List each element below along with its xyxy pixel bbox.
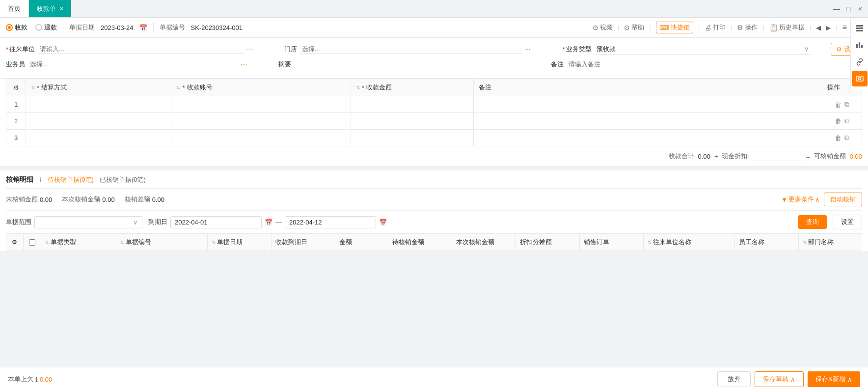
td-remark-3[interactable] [474, 130, 822, 146]
copy-icon-3[interactable]: ⧉ [844, 134, 849, 142]
copy-icon-1[interactable]: ⧉ [844, 100, 849, 109]
bth-unit: ⇅ 往来单位名称 [644, 234, 735, 251]
td-account-1[interactable] [171, 96, 351, 112]
th-account-required: * [182, 84, 185, 91]
bth-order: 销售订单 [580, 234, 644, 251]
svg-rect-2 [856, 30, 863, 31]
receipt-radio-dot [6, 24, 13, 31]
auto-writeoff-button[interactable]: 自动核销 [824, 193, 862, 206]
summary-input[interactable] [294, 59, 521, 69]
bth-duedate: 收款到期日 [271, 234, 335, 251]
delete-icon-1[interactable]: 🗑 [835, 101, 841, 109]
biz-type-select[interactable]: 预收款 ∨ [595, 44, 811, 55]
date-from-input[interactable] [170, 216, 262, 228]
refund-radio[interactable]: 退款 [35, 23, 57, 32]
range-select[interactable]: ∨ [34, 216, 142, 228]
print-button[interactable]: 🖨 打印 [705, 23, 726, 32]
writeoff-stats: 未核销金额 0.00 本次核销金额 0.00 核销差额 0.00 ▼ 更多条件 … [6, 189, 862, 210]
form-area: * 往来单位 ··· 门店 ··· * 业务类型 预收款 ∨ ⚙ 设置 业务员 [0, 38, 868, 79]
select-all-checkbox[interactable] [29, 239, 35, 246]
staff-more-button[interactable]: ··· [239, 60, 249, 69]
history-button[interactable]: 📋 历史单据 [769, 23, 805, 32]
done-tab[interactable]: 已核销单据(0笔) [100, 175, 146, 184]
td-index-1: 1 [6, 96, 26, 112]
date-dash: — [275, 219, 282, 226]
delete-icon-3[interactable]: 🗑 [835, 134, 841, 142]
tab-close-icon[interactable]: × [60, 5, 63, 12]
td-method-2[interactable] [26, 113, 171, 129]
discount-input[interactable] [753, 151, 802, 161]
available-label: 可核销金额 [814, 152, 846, 161]
pending-tab[interactable]: 待核销单据(0笔) [48, 175, 94, 184]
svg-rect-0 [856, 25, 863, 27]
sidebar-screenshot-icon[interactable] [852, 71, 868, 86]
sidebar-table-icon[interactable] [852, 21, 868, 36]
calendar-from-icon[interactable]: 📅 [265, 219, 272, 226]
td-account-3[interactable] [171, 130, 351, 146]
date-label: 单据日期 [69, 23, 95, 32]
store-more-button[interactable]: ··· [522, 45, 532, 54]
bth-check[interactable] [24, 234, 41, 251]
date-value[interactable]: 2023-03-24 [101, 24, 134, 31]
query-button[interactable]: 查询 [798, 215, 827, 229]
tab-bar-right: — □ × [833, 5, 868, 13]
video-button[interactable]: ⊙ 视频 [593, 23, 613, 32]
td-amount-1[interactable] [351, 96, 474, 112]
filter-settings-button[interactable]: 设置 [833, 215, 862, 229]
save-new-button[interactable]: 保存&新增 ∧ [808, 371, 860, 387]
save-draft-label: 保存草稿 [763, 375, 788, 384]
maximize-button[interactable]: □ [844, 5, 852, 13]
td-account-2[interactable] [171, 113, 351, 129]
bth-gear[interactable]: ⚙ [6, 234, 24, 251]
store-input[interactable] [300, 44, 522, 54]
minimize-button[interactable]: — [833, 5, 841, 13]
td-amount-2[interactable] [351, 113, 474, 129]
tab-home-label: 首页 [8, 4, 21, 13]
copy-icon-2[interactable]: ⧉ [844, 117, 849, 125]
biz-type-label: 业务类型 [566, 45, 595, 54]
due-date-label: 到期日 [148, 218, 167, 226]
video-label: 视频 [600, 23, 613, 32]
receipt-radio[interactable]: 收款 [6, 23, 27, 32]
save-new-label: 保存&新增 [815, 375, 845, 384]
shortcut-button[interactable]: ⌨ 快捷键 [656, 22, 693, 33]
operations-button[interactable]: ⚙ 操作 [737, 23, 758, 32]
current-stat: 本次核销金额 0.00 [62, 195, 114, 204]
bth-staff: 员工名称 [735, 234, 799, 251]
toolbar-divider-2 [153, 23, 154, 32]
save-draft-button[interactable]: 保存草稿 ∧ [755, 371, 804, 387]
tab-home[interactable]: 首页 [0, 0, 29, 17]
remark-input[interactable] [567, 59, 794, 69]
more-conditions-label: 更多条件 [788, 195, 814, 204]
td-method-3[interactable] [26, 130, 171, 146]
list-view-button[interactable]: ≡ [842, 23, 847, 32]
staff-input[interactable] [28, 59, 239, 69]
td-method-1[interactable] [26, 96, 171, 112]
sidebar-chart-icon[interactable] [852, 37, 868, 53]
abandon-button[interactable]: 放弃 [717, 371, 751, 387]
calendar-to-icon[interactable]: 📅 [379, 219, 387, 226]
print-icon: 🖨 [705, 24, 711, 31]
td-amount-3[interactable] [351, 130, 474, 146]
help-label: 帮助 [631, 23, 644, 32]
sidebar-link-icon[interactable] [852, 54, 868, 70]
td-remark-1[interactable] [474, 96, 822, 112]
gear-icon: ⚙ [836, 46, 842, 53]
tab-active[interactable]: 收款单 × [29, 0, 71, 17]
th-account: ⇅ * 收款账号 [171, 79, 351, 96]
date-to-input[interactable] [285, 216, 376, 228]
td-remark-2[interactable] [474, 113, 822, 129]
nav-left-button[interactable]: ◀ [816, 24, 821, 31]
bottom-bar: 本单上欠 ℹ 0.00 放弃 保存草稿 ∧ 保存&新增 ∧ [0, 367, 868, 391]
close-window-button[interactable]: × [856, 5, 864, 13]
more-conditions-button[interactable]: ▼ 更多条件 ∧ [781, 195, 820, 204]
help-button[interactable]: ⊙ 帮助 [624, 23, 644, 32]
th-gear[interactable]: ⚙ [6, 79, 26, 96]
partner-input[interactable] [38, 44, 244, 54]
delete-icon-2[interactable]: 🗑 [835, 117, 841, 125]
range-label: 单据范围 [6, 218, 31, 226]
partner-more-button[interactable]: ··· [244, 45, 254, 54]
partner-label: 往来单位 [9, 45, 38, 54]
calendar-icon[interactable]: 📅 [139, 24, 147, 31]
nav-right-button[interactable]: ▶ [826, 24, 831, 31]
